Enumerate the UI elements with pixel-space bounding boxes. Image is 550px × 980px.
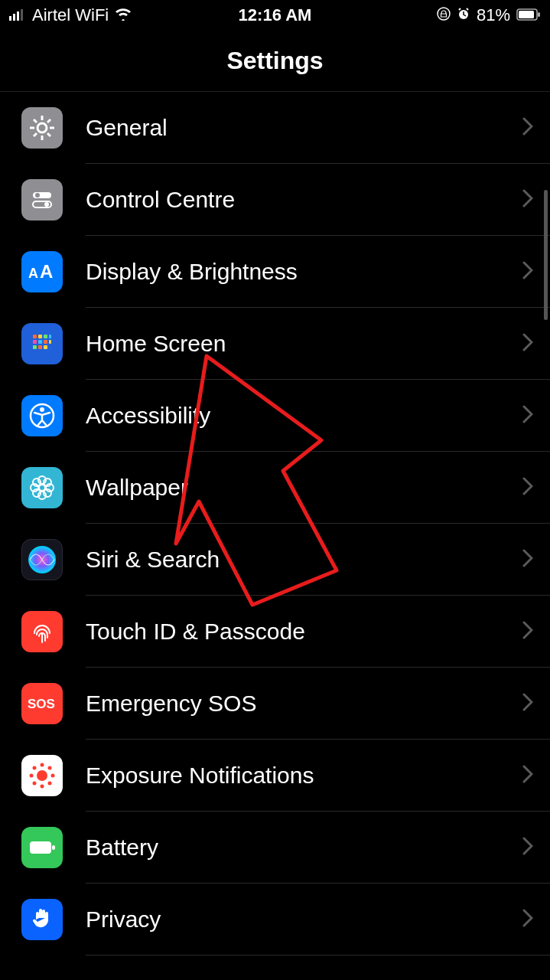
status-bar: Airtel WiFi 12:16 AM 81% <box>0 0 550 31</box>
svg-point-50 <box>41 785 44 789</box>
row-exposure[interactable]: Exposure Notifications <box>0 740 550 812</box>
row-label: Exposure Notifications <box>86 763 522 789</box>
row-touchid[interactable]: Touch ID & Passcode <box>0 596 550 668</box>
svg-point-21 <box>44 202 49 207</box>
battery-icon <box>21 827 63 868</box>
svg-rect-32 <box>33 345 37 349</box>
svg-text:A: A <box>40 261 53 282</box>
gear-icon <box>21 107 63 149</box>
row-general[interactable]: General <box>0 92 550 164</box>
svg-line-16 <box>47 119 50 122</box>
navbar: Settings <box>0 31 550 92</box>
row-control-centre[interactable]: Control Centre <box>0 164 550 236</box>
svg-text:SOS: SOS <box>28 697 55 711</box>
scrollbar[interactable] <box>544 190 548 320</box>
chevron-right-icon <box>522 189 533 211</box>
hand-icon <box>21 899 63 940</box>
svg-line-17 <box>34 133 37 136</box>
svg-point-54 <box>48 766 52 770</box>
svg-point-9 <box>37 123 47 132</box>
row-label: Siri & Search <box>86 547 522 573</box>
row-privacy[interactable]: Privacy <box>0 884 550 956</box>
svg-point-49 <box>41 763 44 767</box>
chevron-right-icon <box>522 333 533 354</box>
row-battery[interactable]: Battery <box>0 812 550 884</box>
row-label: General <box>86 115 522 141</box>
svg-rect-34 <box>44 345 47 349</box>
svg-rect-24 <box>33 335 37 338</box>
clock: 12:16 AM <box>239 5 312 25</box>
svg-rect-31 <box>49 340 51 344</box>
sos-icon: SOS <box>21 683 63 724</box>
settings-list: General Control Centre AA Display & Brig… <box>0 92 550 956</box>
svg-point-36 <box>40 407 44 412</box>
svg-point-51 <box>30 774 34 778</box>
row-accessibility[interactable]: Accessibility <box>0 380 550 452</box>
svg-rect-25 <box>38 335 42 338</box>
aa-icon: AA <box>21 251 63 292</box>
row-label: Accessibility <box>86 403 522 429</box>
svg-rect-33 <box>38 345 42 349</box>
svg-line-15 <box>47 133 50 136</box>
chevron-right-icon <box>522 405 533 426</box>
chevron-right-icon <box>522 261 533 283</box>
svg-rect-29 <box>38 340 42 344</box>
chevron-right-icon <box>522 477 533 498</box>
svg-point-19 <box>35 193 40 198</box>
chevron-right-icon <box>522 909 533 930</box>
svg-rect-26 <box>44 335 47 338</box>
row-label: Emergency SOS <box>86 691 522 717</box>
exposure-icon <box>21 755 63 796</box>
chevron-right-icon <box>522 765 533 786</box>
svg-point-53 <box>33 766 37 770</box>
chevron-right-icon <box>522 837 533 858</box>
row-label: Touch ID & Passcode <box>86 619 522 645</box>
svg-point-52 <box>51 774 55 778</box>
row-label: Display & Brightness <box>86 259 522 285</box>
toggles-icon <box>21 179 63 220</box>
row-display[interactable]: AA Display & Brightness <box>0 236 550 308</box>
svg-point-56 <box>48 782 52 786</box>
row-label: Battery <box>86 835 522 861</box>
chevron-right-icon <box>522 693 533 714</box>
svg-rect-30 <box>44 340 47 344</box>
apps-grid-icon <box>21 323 63 364</box>
row-home-screen[interactable]: Home Screen <box>0 308 550 380</box>
row-label: Privacy <box>86 906 522 933</box>
accessibility-icon <box>21 395 63 436</box>
chevron-right-icon <box>522 117 533 139</box>
row-siri[interactable]: Siri & Search <box>0 524 550 596</box>
svg-rect-58 <box>52 845 55 850</box>
svg-text:A: A <box>28 266 38 281</box>
row-emergency-sos[interactable]: SOS Emergency SOS <box>0 668 550 740</box>
chevron-right-icon <box>522 549 533 570</box>
row-label: Home Screen <box>86 331 522 357</box>
svg-rect-57 <box>30 841 51 854</box>
svg-rect-27 <box>49 335 51 338</box>
bottom-safe-area <box>0 966 550 980</box>
page-title: Settings <box>226 47 323 75</box>
row-label: Wallpaper <box>86 475 522 501</box>
row-wallpaper[interactable]: Wallpaper <box>0 452 550 524</box>
svg-point-55 <box>33 782 37 786</box>
svg-point-48 <box>37 770 47 781</box>
row-label: Control Centre <box>86 187 522 213</box>
chevron-right-icon <box>522 621 533 642</box>
svg-rect-28 <box>33 340 37 344</box>
fingerprint-icon <box>21 611 63 652</box>
flower-icon <box>21 467 63 508</box>
siri-icon <box>21 539 63 580</box>
svg-line-14 <box>34 119 37 122</box>
